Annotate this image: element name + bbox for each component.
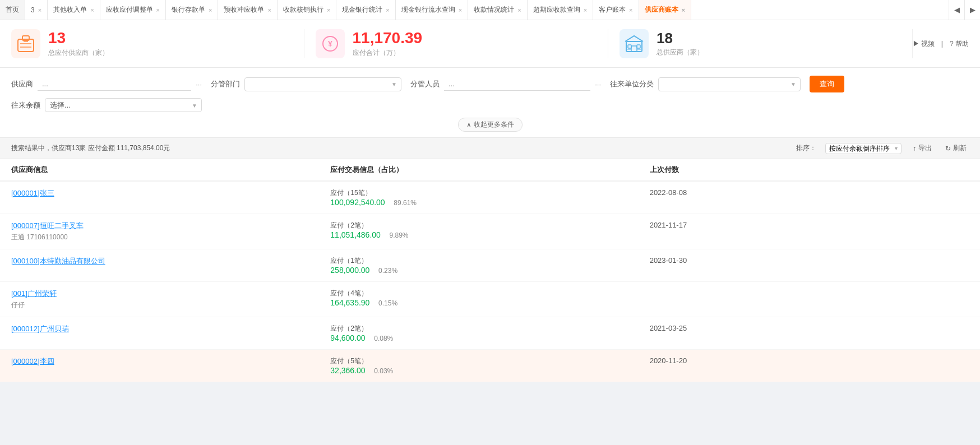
- supplier-cell-000100: [000100]本特勤油品有限公司: [11, 256, 330, 266]
- supplier-link-000007[interactable]: [000007]恒旺二手叉车: [11, 221, 84, 230]
- nav-tab-supplier-account[interactable]: 供应商账本 ×: [639, 0, 691, 20]
- supplier-link-000002[interactable]: [000002]李四: [11, 357, 54, 365]
- filter-item-dept: 分管部门: [211, 77, 401, 91]
- nav-tab-cash-bank-stat[interactable]: 现金银行统计 ×: [336, 0, 395, 20]
- stat-block-ap-amount: ¥ 11,170.39 应付合计（万）: [304, 29, 609, 58]
- refresh-button[interactable]: ↻ 刷新: [943, 142, 969, 154]
- help-icon: ?: [950, 40, 954, 48]
- table-row: [000007]恒旺二手叉车 王通 17106110000 应付（2笔） 11,…: [0, 214, 980, 249]
- nav-tab-bank-deposit-label: 银行存款单: [172, 5, 205, 15]
- collapse-button[interactable]: ∧ 收起更多条件: [458, 118, 523, 132]
- help-link[interactable]: ? 帮助: [950, 39, 969, 49]
- nav-tab-ap-adjust-label: 应收应付调整单: [106, 5, 153, 15]
- stat-number-ap-amount: 11,170.39: [353, 30, 423, 46]
- supplier-cell-000002: [000002]李四: [11, 356, 330, 367]
- nav-tab-supplier-account-close[interactable]: ×: [682, 7, 685, 13]
- result-summary: 搜索结果中，供应商13家 应付金额 111,703,854.00元: [11, 143, 170, 153]
- last-pay-date-000012: 2021-03-25: [650, 324, 687, 332]
- nav-tab-ap-adjust[interactable]: 应收应付调整单 ×: [100, 0, 166, 20]
- tx-amount-row-001: 164,635.90 0.15%: [330, 298, 649, 307]
- separator: |: [941, 40, 943, 48]
- export-label: 导出: [918, 143, 932, 153]
- nav-tab-other-income[interactable]: 其他收入单 ×: [48, 0, 100, 20]
- nav-tab-collection-exec[interactable]: 收款核销执行 ×: [278, 0, 336, 20]
- nav-tab-cash-bank-flow-close[interactable]: ×: [459, 7, 462, 13]
- supplier-dots-icon[interactable]: ···: [196, 80, 202, 89]
- nav-tab-other-income-close[interactable]: ×: [90, 7, 94, 13]
- nav-tab-prepay-close[interactable]: ×: [267, 7, 271, 13]
- nav-prev-arrow[interactable]: ◀: [949, 0, 964, 20]
- tx-cell-001: 应付（4笔） 164,635.90 0.15%: [330, 289, 649, 307]
- nav-tab-bank-deposit-close[interactable]: ×: [209, 7, 212, 13]
- table-area: 供应商信息 应付交易信息（占比） 上次付数 [000001]张三 应付（15笔）…: [0, 159, 980, 382]
- last-pay-cell-000100: 2023-01-30: [650, 256, 969, 265]
- refresh-icon: ↻: [945, 145, 951, 152]
- top-right-links: ▶ 视频 | ? 帮助: [913, 39, 969, 49]
- filter-row-1: 供应商 ··· 分管部门 分管人员 ··· 往来单位分类: [11, 76, 969, 92]
- stat-icon-ap-suppliers: [11, 29, 40, 58]
- nav-tab-bank-deposit[interactable]: 银行存款单 ×: [166, 0, 218, 20]
- person-dots-icon[interactable]: ···: [595, 80, 601, 89]
- category-filter-label: 往来单位分类: [610, 79, 654, 89]
- video-link[interactable]: ▶ 视频: [913, 39, 935, 49]
- top-navigation: 首页 3 × 其他收入单 × 应收应付调整单 × 银行存款单 × 预收冲应收单 …: [0, 0, 980, 20]
- last-pay-cell-000001: 2022-08-08: [650, 188, 969, 197]
- tx-cell-000001: 应付（15笔） 100,092,540.00 89.61%: [330, 188, 649, 207]
- filter-item-supplier: 供应商 ···: [11, 77, 202, 91]
- supplier-link-000001[interactable]: [000001]张三: [11, 189, 54, 197]
- export-button[interactable]: ↑ 导出: [910, 142, 934, 154]
- sort-select[interactable]: 按应付余额倒序排序 按应付余额正序排序 按名称排序: [825, 143, 902, 154]
- nav-tab-3-close[interactable]: ×: [38, 7, 41, 13]
- tx-amount-000002: 32,366.00: [330, 366, 365, 375]
- svg-text:¥: ¥: [328, 39, 332, 48]
- tx-amount-000012: 94,600.00: [330, 333, 365, 342]
- supplier-link-000100[interactable]: [000100]本特勤油品有限公司: [11, 257, 105, 265]
- nav-tab-ap-adjust-close[interactable]: ×: [156, 7, 160, 13]
- filter-area: 供应商 ··· 分管部门 分管人员 ··· 往来单位分类: [0, 68, 980, 138]
- nav-tab-supplier-account-label: 供应商账本: [645, 5, 678, 15]
- svg-rect-10: [637, 45, 640, 48]
- category-select-wrapper: [658, 77, 801, 91]
- nav-tab-collection-stat[interactable]: 收款情况统计 ×: [468, 0, 527, 20]
- nav-tab-3[interactable]: 3 ×: [25, 0, 48, 20]
- table-row: [001]广州荣轩 仔仔 应付（4笔） 164,635.90 0.15%: [0, 282, 980, 317]
- dept-filter-select[interactable]: [244, 77, 401, 91]
- nav-tab-collection-stat-close[interactable]: ×: [517, 7, 521, 13]
- tx-amount-000007: 11,051,486.00: [330, 230, 381, 239]
- nav-tab-overdue[interactable]: 超期应收款查询 ×: [528, 0, 593, 20]
- tx-pct-000012: 0.08%: [374, 335, 393, 342]
- supplier-icon: [16, 34, 36, 54]
- tx-amount-000001: 100,092,540.00: [330, 198, 385, 207]
- stat-block-total-suppliers: 18 总供应商（家）: [608, 29, 913, 58]
- nav-tab-customer-account-label: 客户账本: [599, 5, 626, 15]
- table-row: [000002]李四 应付（5笔） 32,366.00 0.03% 2020-1…: [0, 350, 980, 382]
- person-filter-input[interactable]: [444, 77, 590, 91]
- search-button[interactable]: 查询: [810, 76, 844, 92]
- nav-tab-home[interactable]: 首页: [0, 0, 25, 20]
- nav-tab-customer-account[interactable]: 客户账本 ×: [593, 0, 639, 20]
- balance-filter-label: 往来余额: [11, 100, 40, 110]
- tx-label-000007: 应付（2笔）: [330, 221, 649, 230]
- tx-pct-000007: 9.89%: [389, 231, 408, 239]
- th-tx-info: 应付交易信息（占比）: [330, 165, 649, 175]
- balance-filter-select[interactable]: 选择...: [45, 98, 202, 112]
- stat-info-ap-suppliers: 13 总应付供应商（家）: [48, 30, 109, 58]
- collapse-arrow-icon: ∧: [466, 121, 471, 129]
- nav-tab-overdue-close[interactable]: ×: [584, 7, 587, 13]
- nav-tab-prepay[interactable]: 预收冲应收单 ×: [218, 0, 277, 20]
- supplier-link-001[interactable]: [001]广州荣轩: [11, 289, 57, 298]
- nav-tab-collection-exec-close[interactable]: ×: [327, 7, 330, 13]
- nav-tab-customer-account-close[interactable]: ×: [629, 7, 632, 13]
- tx-amount-000100: 258,000.00: [330, 266, 369, 275]
- supplier-filter-input[interactable]: [38, 77, 191, 91]
- category-filter-select[interactable]: [658, 77, 801, 91]
- nav-next-arrow[interactable]: ▶: [964, 0, 980, 20]
- nav-tab-cash-bank-stat-close[interactable]: ×: [386, 7, 389, 13]
- last-pay-cell-000007: 2021-11-17: [650, 221, 969, 229]
- th-supplier-info: 供应商信息: [11, 165, 330, 175]
- nav-tab-cash-bank-flow[interactable]: 现金银行流水查询 ×: [396, 0, 468, 20]
- refresh-label: 刷新: [953, 143, 967, 153]
- supplier-link-000012[interactable]: [000012]广州贝瑞: [11, 325, 69, 333]
- tx-label-000012: 应付（2笔）: [330, 324, 649, 333]
- amount-icon: ¥: [320, 34, 340, 54]
